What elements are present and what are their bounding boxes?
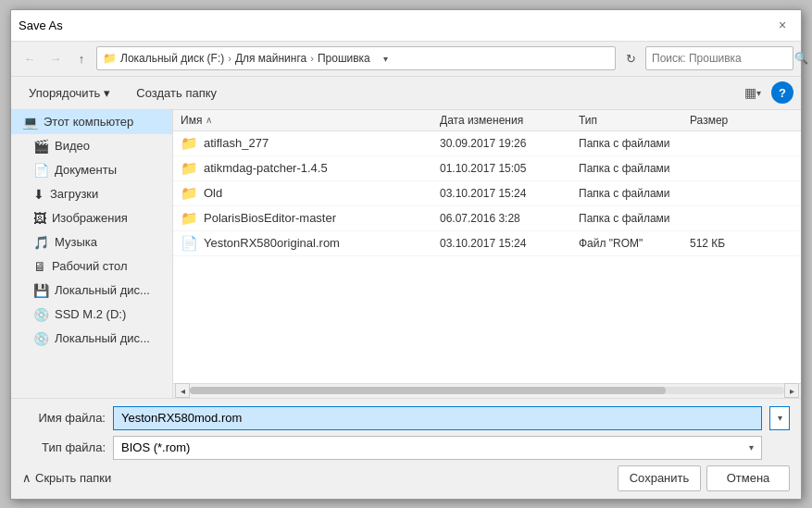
file-name: atikmdag-patcher-1.4.5 <box>204 161 328 175</box>
horizontal-scrollbar[interactable]: ◂ ▸ <box>173 383 801 398</box>
file-name: atiflash_277 <box>204 136 269 150</box>
sidebar-item-label: Рабочий стол <box>52 259 128 273</box>
address-crumb2: Для майнинга <box>235 52 306 65</box>
scroll-thumb[interactable] <box>190 387 666 394</box>
action-buttons: Сохранить Отмена <box>618 465 790 491</box>
file-list-header: Имя ∧ Дата изменения Тип Размер <box>173 110 801 131</box>
view-button[interactable]: ▦ ▾ <box>740 80 766 105</box>
address-current: Прошивка <box>318 52 370 65</box>
sidebar-item-label: Документы <box>55 163 117 177</box>
filetype-value: BIOS (*.rom) <box>121 440 190 454</box>
title-bar-left: Save As <box>19 19 63 32</box>
col-header-size[interactable]: Размер <box>690 114 793 127</box>
file-area[interactable]: Имя ∧ Дата изменения Тип Размер <box>173 110 801 383</box>
table-row[interactable]: 📁 PolarisBiosEditor-master 06.07.2016 3:… <box>173 206 801 231</box>
filetype-dropdown-arrow: ▾ <box>749 442 754 452</box>
hide-folders-button[interactable]: ∧ Скрыть папки <box>22 471 111 485</box>
sidebar-item-music[interactable]: 🎵 Музыка <box>11 230 172 254</box>
file-date: 03.10.2017 15:24 <box>440 187 579 200</box>
search-bar[interactable]: 🔍 <box>645 46 793 70</box>
sidebar-item-video[interactable]: 🎬 Видео <box>11 134 172 158</box>
file-size: 512 КБ <box>690 237 793 250</box>
action-row: ∧ Скрыть папки Сохранить Отмена <box>22 465 790 491</box>
table-row[interactable]: 📁 atiflash_277 30.09.2017 19:26 Папка с … <box>173 131 801 156</box>
sidebar-item-label: Музыка <box>55 235 97 249</box>
scroll-left-button[interactable]: ◂ <box>175 383 190 398</box>
new-folder-button[interactable]: Создать папку <box>126 80 227 105</box>
address-bar[interactable]: 📁 Локальный диск (F:) › Для майнинга › П… <box>96 46 616 70</box>
music-icon: 🎵 <box>33 235 49 250</box>
search-input[interactable] <box>652 52 791 65</box>
sidebar-item-images[interactable]: 🖼 Изображения <box>11 206 172 230</box>
search-icon: 🔍 <box>794 52 808 65</box>
save-button[interactable]: Сохранить <box>618 465 701 491</box>
filetype-label: Тип файла: <box>22 440 106 454</box>
folder-icon: 📁 <box>181 135 198 152</box>
nav-bar: ← → ↑ 📁 Локальный диск (F:) › Для майнин… <box>11 42 801 77</box>
sidebar-item-label: Локальный дис... <box>55 331 150 345</box>
file-name: YestonRX580original.rom <box>204 236 340 250</box>
sidebar-item-localdisk1[interactable]: 💾 Локальный дис... <box>11 279 172 303</box>
help-button[interactable]: ? <box>771 81 793 104</box>
toolbar: Упорядочить ▾ Создать папку ▦ ▾ ? <box>11 77 801 110</box>
sidebar-item-label: Этот компьютер <box>44 115 133 129</box>
sidebar-item-label: Загрузки <box>50 187 98 201</box>
title-bar: Save As × <box>11 10 801 42</box>
address-dropdown-button[interactable]: ▾ <box>378 50 394 67</box>
filetype-row: Тип файла: BIOS (*.rom) ▾ <box>22 436 790 460</box>
file-icon: 📄 <box>181 235 198 252</box>
filetype-dropdown[interactable]: BIOS (*.rom) ▾ <box>113 436 762 460</box>
cancel-button[interactable]: Отмена <box>706 465 790 491</box>
table-row[interactable]: 📄 YestonRX580original.rom 03.10.2017 15:… <box>173 231 801 256</box>
sidebar-item-label: SSD M.2 (D:) <box>55 307 126 321</box>
back-button[interactable]: ← <box>19 47 41 69</box>
video-icon: 🎬 <box>33 139 49 154</box>
filename-input[interactable] <box>113 406 762 430</box>
scroll-track[interactable] <box>190 387 784 394</box>
sidebar-item-computer[interactable]: 💻 Этот компьютер <box>11 110 172 134</box>
sort-arrow: ∧ <box>206 115 212 125</box>
filename-dropdown-button[interactable]: ▾ <box>769 406 790 430</box>
images-icon: 🖼 <box>33 211 46 226</box>
folder-icon: 📁 <box>181 160 198 177</box>
up-button[interactable]: ↑ <box>70 47 93 69</box>
downloads-icon: ⬇ <box>33 187 44 202</box>
sidebar-item-ssd[interactable]: 💿 SSD M.2 (D:) <box>11 303 172 327</box>
save-as-dialog: Save As × ← → ↑ 📁 Локальный диск (F:) › … <box>10 9 802 500</box>
localdisk2-icon: 💿 <box>33 331 49 346</box>
table-row[interactable]: 📁 atikmdag-patcher-1.4.5 01.10.2017 15:0… <box>173 156 801 181</box>
sidebar-scroll-area[interactable]: 💻 Этот компьютер 🎬 Видео 📄 Документы ⬇ З… <box>11 110 172 398</box>
sidebar-item-downloads[interactable]: ⬇ Загрузки <box>11 182 172 206</box>
sidebar-item-documents[interactable]: 📄 Документы <box>11 158 172 182</box>
file-date: 01.10.2017 15:05 <box>440 162 579 175</box>
forward-button[interactable]: → <box>44 47 67 69</box>
file-type: Папка с файлами <box>579 162 690 175</box>
file-date: 30.09.2017 19:26 <box>440 137 579 150</box>
col-header-name[interactable]: Имя ∧ <box>181 114 440 127</box>
address-sep2: › <box>310 53 314 64</box>
col-header-type[interactable]: Тип <box>579 114 690 127</box>
file-date: 03.10.2017 15:24 <box>440 237 579 250</box>
sidebar-item-desktop[interactable]: 🖥 Рабочий стол <box>11 254 172 279</box>
sidebar-item-localdisk2[interactable]: 💿 Локальный дис... <box>11 327 172 351</box>
file-name: PolarisBiosEditor-master <box>204 211 336 225</box>
file-date: 06.07.2016 3:28 <box>440 212 579 225</box>
address-sep1: › <box>228 53 231 64</box>
table-row[interactable]: 📁 Old 03.10.2017 15:24 Папка с файлами <box>173 181 801 206</box>
localdisk1-icon: 💾 <box>33 283 49 298</box>
filename-label: Имя файла: <box>22 411 106 425</box>
refresh-button[interactable]: ↻ <box>619 47 642 69</box>
file-type: Папка с файлами <box>579 187 690 200</box>
scroll-right-button[interactable]: ▸ <box>784 383 799 398</box>
col-header-date[interactable]: Дата изменения <box>440 114 579 127</box>
file-type: Папка с файлами <box>579 212 690 225</box>
file-name: Old <box>204 186 222 200</box>
content-area: 💻 Этот компьютер 🎬 Видео 📄 Документы ⬇ З… <box>11 110 801 398</box>
close-button[interactable]: × <box>771 14 793 36</box>
file-area-wrapper: Имя ∧ Дата изменения Тип Размер <box>173 110 801 398</box>
hide-folders-label: Скрыть папки <box>35 471 111 485</box>
folder-icon: 📁 <box>103 52 117 65</box>
organize-button[interactable]: Упорядочить ▾ <box>19 80 120 105</box>
bottom-bar: Имя файла: ▾ Тип файла: BIOS (*.rom) ▾ ∧… <box>11 398 801 499</box>
folder-icon: 📁 <box>181 210 198 227</box>
